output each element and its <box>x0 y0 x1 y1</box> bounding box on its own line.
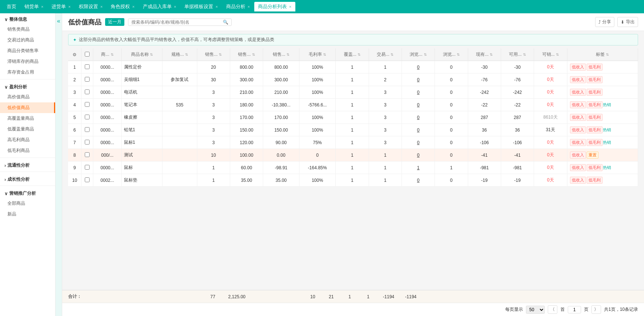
sidebar-item-slow-moving[interactable]: 滞销库存的商品 <box>0 56 55 67</box>
col-gross-margin[interactable]: 毛利率 ⇅ <box>299 48 336 61</box>
row-select-checkbox[interactable] <box>85 102 90 107</box>
row-select-checkbox[interactable] <box>85 115 90 119</box>
row-checkbox[interactable] <box>81 74 93 86</box>
sidebar-item-new-products[interactable]: 新品 <box>0 209 55 220</box>
row-checkbox[interactable] <box>81 174 93 187</box>
gear-icon[interactable]: ⚙ <box>73 52 77 57</box>
col-current-stock[interactable]: 现有... ⇅ <box>468 48 501 61</box>
row-select-checkbox[interactable] <box>85 177 90 182</box>
col-tags[interactable]: 标签 ⇅ <box>567 48 638 61</box>
last-page-button[interactable]: 〉 <box>591 305 601 314</box>
page-size-select[interactable]: 50 100 <box>526 306 545 314</box>
row-select-checkbox[interactable] <box>85 152 90 157</box>
sidebar-section-growth[interactable]: › 成长性分析 <box>0 173 55 184</box>
row-browse1[interactable]: 0 <box>402 74 435 86</box>
sidebar-section-liquidity[interactable]: › 流通性分析 <box>0 159 55 170</box>
row-browse1[interactable]: 0 <box>402 61 435 74</box>
col-coverage[interactable]: 覆盖... ⇅ <box>336 48 369 61</box>
row-checkbox[interactable] <box>81 136 93 149</box>
sidebar-item-sales-products[interactable]: 销售类商品 <box>0 24 55 35</box>
row-select-checkbox[interactable] <box>85 89 90 94</box>
col-code[interactable]: 商... ⇅ <box>93 48 121 61</box>
sidebar-item-low-margin[interactable]: 低毛利商品 <box>0 145 55 156</box>
row-browse1[interactable]: 0 <box>402 136 435 149</box>
row-browse1[interactable]: 0 <box>402 86 435 99</box>
share-button[interactable]: ⤴ 分享 <box>595 17 614 27</box>
nav-permissions[interactable]: 权限设置 × <box>75 2 106 11</box>
browse-link[interactable]: 0 <box>417 102 420 108</box>
nav-product-analysis-list[interactable]: 商品分析列表 × <box>254 2 295 11</box>
browse-link[interactable]: 0 <box>417 90 420 95</box>
row-browse1[interactable]: 0 <box>402 174 435 187</box>
browse-link[interactable]: 0 <box>417 153 420 158</box>
col-sale-qty[interactable]: 销售... ⇅ <box>197 48 230 61</box>
row-checkbox[interactable] <box>81 99 93 111</box>
browse-link[interactable]: 1 <box>417 165 420 170</box>
row-browse1[interactable]: 0 <box>402 149 435 162</box>
row-checkbox[interactable] <box>81 61 93 74</box>
col-browse1[interactable]: 浏览... ⇅ <box>402 48 435 61</box>
row-select-checkbox[interactable] <box>85 77 90 82</box>
col-spec[interactable]: 规格... ⇅ <box>162 48 197 61</box>
sidebar-section-profit[interactable]: ∨ 盈利分析 <box>0 81 55 92</box>
close-icon[interactable]: × <box>100 4 103 9</box>
first-page-button[interactable]: 〈 <box>548 305 557 314</box>
close-icon[interactable]: × <box>215 4 218 9</box>
nav-product-inbound[interactable]: 产成品入库单 × <box>139 2 180 11</box>
browse-link[interactable]: 0 <box>417 77 420 82</box>
row-select-checkbox[interactable] <box>85 127 90 132</box>
sidebar-item-low-coverage[interactable]: 低覆盖量商品 <box>0 124 55 135</box>
collapse-sidebar-button[interactable]: « <box>56 16 62 26</box>
row-browse1[interactable]: 1 <box>402 162 435 174</box>
col-browse2[interactable]: 浏览... ⇅ <box>435 48 468 61</box>
select-all-checkbox[interactable] <box>85 52 90 57</box>
close-icon[interactable]: × <box>289 4 291 9</box>
search-input[interactable] <box>131 20 223 25</box>
row-checkbox[interactable] <box>81 111 93 124</box>
close-icon[interactable]: × <box>68 4 70 9</box>
browse-link[interactable]: 0 <box>417 178 420 183</box>
nav-purchase-order[interactable]: 进货单 × <box>48 2 74 11</box>
sidebar-item-inventory-capital[interactable]: 库存资金占用 <box>0 67 55 78</box>
col-settings[interactable]: ⚙ <box>68 48 81 61</box>
col-saleable-stock[interactable]: 可销... ⇅ <box>534 48 567 61</box>
sidebar-item-high-value[interactable]: 高价值商品 <box>0 92 55 102</box>
close-icon[interactable]: × <box>132 4 134 9</box>
row-select-checkbox[interactable] <box>85 140 90 145</box>
search-icon[interactable]: 🔍 <box>223 20 228 25</box>
filter-recent-month-button[interactable]: 近一月 <box>105 18 124 26</box>
row-select-checkbox[interactable] <box>85 165 90 170</box>
sidebar-item-all-products[interactable]: 全部商品 <box>0 198 55 209</box>
row-select-checkbox[interactable] <box>85 64 90 69</box>
close-icon[interactable]: × <box>248 4 250 9</box>
nav-sales-order[interactable]: 销货单 × <box>21 2 47 11</box>
row-browse1[interactable]: 0 <box>402 99 435 111</box>
sidebar-item-category-sales-rate[interactable]: 商品分类销售率 <box>0 45 55 56</box>
row-checkbox[interactable] <box>81 86 93 99</box>
col-name[interactable]: 商品名称 ⇅ <box>121 48 162 61</box>
browse-link[interactable]: 0 <box>417 128 420 133</box>
col-available-stock[interactable]: 可用... ⇅ <box>501 48 534 61</box>
col-sale-amount[interactable]: 销售... ⇅ <box>230 48 263 61</box>
row-browse1[interactable]: 0 <box>402 111 435 124</box>
sidebar-item-low-value[interactable]: 低价值商品 <box>0 102 55 113</box>
row-checkbox[interactable] <box>81 162 93 174</box>
sidebar-item-traded-products[interactable]: 交易过的商品 <box>0 35 55 45</box>
col-sale-income[interactable]: 销售... ⇅ <box>263 48 299 61</box>
row-browse1[interactable]: 0 <box>402 124 435 136</box>
sidebar-section-overview[interactable]: ∨ 整体信息 <box>0 13 55 24</box>
export-button[interactable]: ⬇ 导出 <box>617 17 638 27</box>
nav-home[interactable]: 首页 <box>3 2 20 11</box>
nav-template-settings[interactable]: 单据模板设置 × <box>181 2 221 11</box>
col-checkbox[interactable] <box>81 48 93 61</box>
col-trade[interactable]: 交易... ⇅ <box>369 48 402 61</box>
row-checkbox[interactable] <box>81 149 93 162</box>
browse-link[interactable]: 0 <box>417 140 420 145</box>
page-number-input[interactable] <box>568 306 581 313</box>
browse-link[interactable]: 0 <box>417 65 420 70</box>
sidebar-item-high-coverage[interactable]: 高覆盖量商品 <box>0 113 55 124</box>
nav-product-analysis[interactable]: 商品分析 × <box>222 2 254 11</box>
row-checkbox[interactable] <box>81 124 93 136</box>
close-icon[interactable]: × <box>41 4 43 9</box>
browse-link[interactable]: 0 <box>417 115 420 120</box>
